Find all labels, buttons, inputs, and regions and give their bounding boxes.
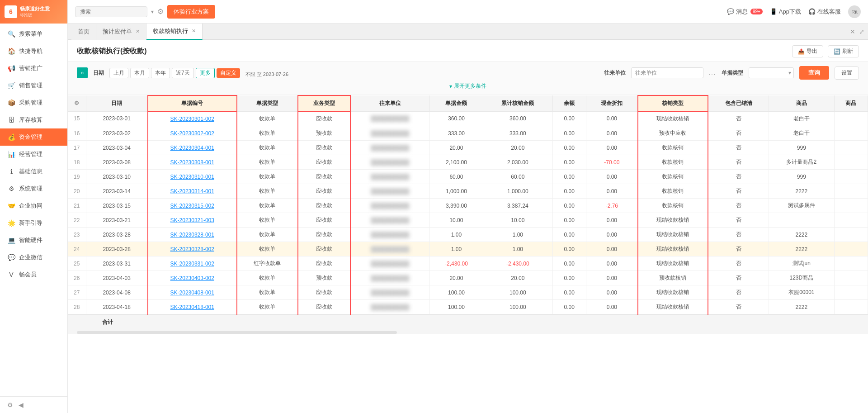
tab-pre-receipt-close[interactable]: ✕ xyxy=(136,28,140,34)
user-avatar[interactable]: Rit xyxy=(848,5,861,18)
cell-discount: -2.76 xyxy=(586,199,638,213)
table-header-row: ⚙ 日期 单据编号 单据类型 业务类型 往来单位 单据金额 累计核销金额 余额 … xyxy=(68,95,868,111)
sidebar-item-operations[interactable]: 📊 经营管理 xyxy=(0,146,67,163)
sidebar-icon-member: V xyxy=(7,271,15,278)
col-header-gear[interactable]: ⚙ xyxy=(68,95,86,111)
cell-partner: ██████████ xyxy=(350,242,430,256)
cell-date: 2023-03-01 xyxy=(86,111,148,126)
sidebar-item-member[interactable]: V 畅会员 xyxy=(0,266,67,283)
cell-discount: 0.00 xyxy=(586,126,638,141)
col-header-biz-type: 业务类型 xyxy=(298,95,350,111)
tab-expand-icon[interactable]: ⤢ xyxy=(859,28,864,35)
sidebar-item-sales[interactable]: 🛒 销售管理 xyxy=(0,77,67,94)
filter-dots: ... xyxy=(709,70,716,76)
app-download-item[interactable]: 📱 App下载 xyxy=(770,8,801,16)
sidebar-item-system[interactable]: ⚙ 系统管理 xyxy=(0,180,67,197)
cell-bill-no[interactable]: SK-20230301-002 xyxy=(148,111,237,126)
cell-bill-no[interactable]: SK-20230314-001 xyxy=(148,184,237,199)
sidebar-item-corp[interactable]: 🤝 企业协同 xyxy=(0,197,67,214)
tab-pre-receipt-label: 预计应付单 xyxy=(103,28,132,36)
cell-balance: 0.00 xyxy=(552,184,586,199)
cell-verify-type: 现结收款核销 xyxy=(638,300,708,315)
filter-this-month[interactable]: 本月 xyxy=(130,68,149,78)
online-service-item[interactable]: 🎧 在线客服 xyxy=(808,8,841,16)
settings-icon[interactable]: ⚙ xyxy=(7,401,13,408)
sidebar-item-marketing[interactable]: 📢 营销推广 xyxy=(0,60,67,77)
filter-partner-input[interactable] xyxy=(631,67,703,78)
cell-bill-no[interactable]: SK-20230331-002 xyxy=(148,256,237,271)
settings-button[interactable]: 设置 xyxy=(835,66,859,80)
sidebar-item-basic[interactable]: ℹ 基础信息 xyxy=(0,163,67,180)
query-button[interactable]: 查询 xyxy=(799,66,829,80)
sidebar-icon-capital: 💰 xyxy=(7,133,15,141)
cell-include-settled: 否 xyxy=(708,126,769,141)
export-button[interactable]: 📤 导出 xyxy=(792,45,823,57)
cell-bill-no[interactable]: SK-20230403-002 xyxy=(148,271,237,285)
filter-7days[interactable]: 近7天 xyxy=(172,68,194,78)
tab-receipt-exec-close[interactable]: ✕ xyxy=(192,28,196,34)
cell-verified-amount: 360.00 xyxy=(483,111,552,126)
cell-amount: 333.00 xyxy=(429,126,483,141)
cell-bill-no[interactable]: SK-20230315-002 xyxy=(148,199,237,213)
cell-bill-no[interactable]: SK-20230328-002 xyxy=(148,242,237,256)
refresh-button[interactable]: 🔄 刷新 xyxy=(828,45,859,57)
sidebar-item-search[interactable]: 🔍 搜索菜单 xyxy=(0,25,67,43)
sidebar-item-inventory[interactable]: 🗄 库存核算 xyxy=(0,111,67,128)
collapse-icon[interactable]: ◀ xyxy=(19,401,24,408)
cell-verify-type: 收款核销 xyxy=(638,184,708,199)
cell-amount: 3,390.00 xyxy=(429,199,483,213)
sidebar-item-purchase[interactable]: 📦 采购管理 xyxy=(0,94,67,111)
sidebar-item-capital[interactable]: 💰 资金管理 xyxy=(0,128,67,146)
filter-this-year[interactable]: 本年 xyxy=(151,68,170,78)
sidebar-item-newbie[interactable]: 🌟 新手引导 xyxy=(0,214,67,232)
sidebar-icon-hardware: 💻 xyxy=(7,237,15,244)
expand-more-button[interactable]: ▾ 展开更多条件 xyxy=(449,82,486,90)
filter-custom[interactable]: 自定义 xyxy=(217,68,240,78)
page-title: 收款核销执行(按收款) xyxy=(77,47,147,56)
tab-pre-receipt[interactable]: 预计应付单 ✕ xyxy=(96,24,146,40)
cell-bill-no[interactable]: SK-20230408-001 xyxy=(148,285,237,300)
col-header-bill-type: 单据类型 xyxy=(237,95,298,111)
footer-col12 xyxy=(769,314,834,330)
cell-verified-amount: 100.00 xyxy=(483,300,552,315)
cell-bill-no[interactable]: SK-20230321-003 xyxy=(148,213,237,228)
cell-date: 2023-03-21 xyxy=(86,213,148,228)
cell-bill-no[interactable]: SK-20230310-001 xyxy=(148,170,237,184)
filter-more[interactable]: 更多 xyxy=(196,68,215,78)
filter-bill-type-select[interactable]: 收款单 红字收款单 xyxy=(749,67,794,78)
filter-last-month[interactable]: 上月 xyxy=(109,68,128,78)
filter-expand-button[interactable]: » xyxy=(77,67,88,78)
footer-col2 xyxy=(148,314,237,330)
solution-button[interactable]: 体验行业方案 xyxy=(167,5,215,19)
tab-receipt-exec[interactable]: 收款核销执行 ✕ xyxy=(146,24,203,40)
cell-product: 123D商品 xyxy=(769,271,834,285)
cell-bill-no[interactable]: SK-20230304-001 xyxy=(148,141,237,155)
cell-amount: 100.00 xyxy=(429,300,483,315)
cell-date: 2023-04-03 xyxy=(86,271,148,285)
cell-amount: 360.00 xyxy=(429,111,483,126)
header-settings-icon[interactable]: ⚙ xyxy=(157,7,164,16)
header-search-input[interactable] xyxy=(75,6,147,17)
filter-date-buttons: 上月 本月 本年 近7天 更多 自定义 xyxy=(109,68,240,78)
sidebar-item-quick-nav[interactable]: 🏠 快捷导航 xyxy=(0,43,67,60)
header-dropdown-icon[interactable]: ▾ xyxy=(151,9,154,15)
cell-product2 xyxy=(834,271,868,285)
cell-discount: 0.00 xyxy=(586,213,638,228)
tab-close-all-icon[interactable]: ✕ xyxy=(850,28,855,35)
cell-verify-type: 现结收款核销 xyxy=(638,256,708,271)
cell-bill-no[interactable]: SK-20230328-001 xyxy=(148,228,237,242)
sidebar-item-hardware[interactable]: 💻 智能硬件 xyxy=(0,232,67,249)
sidebar-label-hardware: 智能硬件 xyxy=(19,236,42,244)
cell-bill-no[interactable]: SK-20230418-001 xyxy=(148,300,237,315)
bottom-scroll[interactable] xyxy=(68,330,868,334)
footer-col10 xyxy=(638,314,708,330)
col-header-amount: 单据金额 xyxy=(429,95,483,111)
sidebar-menu: 🔍 搜索菜单🏠 快捷导航📢 营销推广🛒 销售管理📦 采购管理🗄 库存核算💰 资金… xyxy=(0,24,67,396)
sidebar-item-wechat[interactable]: 💬 企业微信 xyxy=(0,249,67,266)
messages-item[interactable]: 💬 消息 99+ xyxy=(727,8,763,16)
cell-bill-no[interactable]: SK-20230302-002 xyxy=(148,126,237,141)
tab-home[interactable]: 首页 xyxy=(71,24,96,40)
cell-bill-no[interactable]: SK-20230308-001 xyxy=(148,155,237,170)
cell-include-settled: 否 xyxy=(708,271,769,285)
cell-biz-type: 应收款 xyxy=(298,170,350,184)
